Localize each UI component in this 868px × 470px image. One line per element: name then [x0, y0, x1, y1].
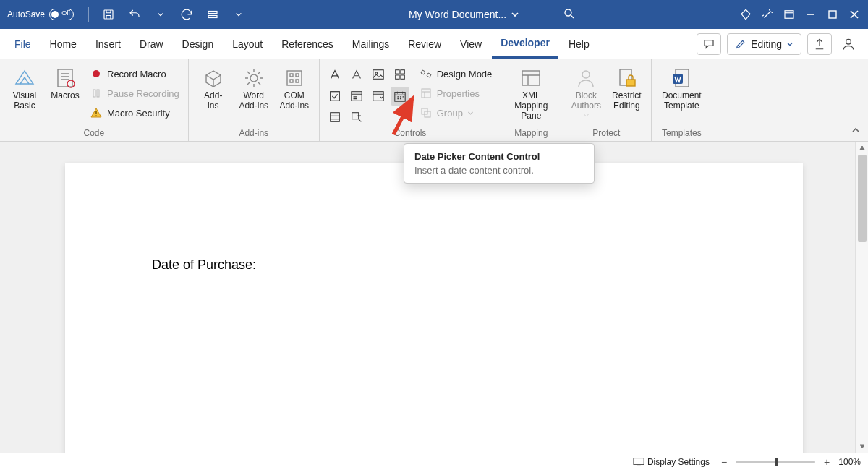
undo-dropdown[interactable] — [150, 4, 171, 25]
dropdown-control-button[interactable] — [369, 87, 388, 106]
block-authors-button[interactable]: Block Authors — [567, 62, 605, 121]
maximize-button[interactable] — [822, 4, 843, 25]
tooltip-title: Date Picker Content Control — [414, 151, 584, 162]
svg-rect-23 — [373, 92, 383, 101]
document-text[interactable]: Date of Purchase: — [152, 257, 716, 273]
group-mapping: XML Mapping Pane Mapping — [501, 59, 561, 141]
repeating-section-control-button[interactable] — [326, 108, 344, 127]
tab-file[interactable]: File — [6, 29, 40, 59]
ribbon-mode-icon[interactable] — [778, 4, 800, 25]
wand-icon[interactable] — [757, 4, 778, 25]
tab-draw[interactable]: Draw — [131, 29, 172, 59]
svg-rect-25 — [330, 113, 339, 122]
restrict-editing-button[interactable]: Restrict Editing — [608, 62, 645, 111]
checkbox-control-button[interactable] — [326, 87, 344, 106]
document-title[interactable]: My Word Document... — [409, 9, 519, 20]
group-label-templates: Templates — [662, 127, 702, 141]
vertical-scrollbar[interactable] — [855, 142, 868, 453]
plain-text-control-button[interactable] — [347, 65, 366, 84]
svg-rect-17 — [395, 70, 399, 74]
group-label-addins: Add-ins — [239, 127, 268, 141]
redo-button[interactable] — [176, 4, 197, 25]
svg-rect-33 — [626, 80, 635, 86]
scroll-down-button[interactable] — [856, 440, 868, 453]
visual-basic-button[interactable]: Visual Basic — [6, 62, 43, 111]
qat-dropdown-icon[interactable] — [228, 4, 250, 25]
record-macro-button[interactable]: Record Macro — [87, 65, 182, 82]
scroll-up-button[interactable] — [856, 142, 868, 155]
autosave-label: AutoSave — [7, 9, 45, 20]
document-template-button[interactable]: Document Template — [658, 62, 705, 111]
close-button[interactable] — [843, 4, 865, 25]
rich-text-control-button[interactable] — [326, 65, 344, 84]
undo-button[interactable] — [124, 4, 145, 25]
svg-rect-30 — [522, 71, 540, 85]
tab-mailings[interactable]: Mailings — [344, 29, 398, 59]
com-addins-icon — [283, 67, 306, 90]
account-icon[interactable] — [838, 37, 859, 51]
group-label-protect: Protect — [592, 127, 620, 141]
svg-rect-36 — [634, 458, 644, 464]
zoom-in-button[interactable]: + — [821, 456, 833, 468]
comment-icon — [702, 38, 715, 51]
svg-rect-0 — [104, 10, 113, 19]
combobox-control-button[interactable] — [347, 87, 366, 106]
zoom-level[interactable]: 100% — [838, 457, 861, 467]
qat-more-icon[interactable] — [202, 4, 224, 25]
tab-help[interactable]: Help — [560, 29, 598, 59]
tab-view[interactable]: View — [451, 29, 490, 59]
tab-design[interactable]: Design — [174, 29, 223, 59]
group-button: Group — [417, 104, 495, 121]
picture-control-button[interactable] — [369, 65, 388, 84]
building-block-control-button[interactable] — [391, 65, 409, 84]
chevron-down-icon — [511, 10, 519, 19]
word-addins-button[interactable]: Word Add-ins — [235, 62, 273, 111]
tab-references[interactable]: References — [273, 29, 342, 59]
toggle-off-icon[interactable]: Off — [49, 9, 74, 20]
tab-review[interactable]: Review — [399, 29, 450, 59]
diamond-icon[interactable] — [735, 4, 757, 25]
search-button[interactable] — [563, 7, 576, 22]
scrollbar-track[interactable] — [856, 155, 868, 440]
word-template-icon — [670, 67, 693, 90]
properties-button: Properties — [417, 85, 495, 102]
svg-rect-10 — [93, 90, 95, 97]
svg-rect-19 — [395, 75, 399, 79]
tab-developer[interactable]: Developer — [492, 29, 558, 59]
com-addins-button[interactable]: COM Add-ins — [276, 62, 313, 111]
zoom-out-button[interactable]: − — [718, 456, 730, 468]
zoom-slider[interactable] — [736, 461, 815, 463]
svg-rect-15 — [373, 70, 383, 80]
search-icon — [563, 7, 576, 20]
macros-button[interactable]: Macros — [46, 62, 84, 101]
tab-layout[interactable]: Layout — [224, 29, 271, 59]
share-button[interactable] — [807, 33, 832, 55]
tab-insert[interactable]: Insert — [87, 29, 129, 59]
zoom-slider-knob[interactable] — [775, 458, 778, 466]
autosave-toggle[interactable]: AutoSave Off — [7, 9, 74, 20]
svg-point-6 — [846, 39, 851, 44]
status-bar: Display Settings − + 100% — [0, 453, 868, 470]
design-mode-button[interactable]: Design Mode — [417, 65, 495, 82]
svg-rect-7 — [58, 69, 72, 87]
comments-button[interactable] — [697, 33, 721, 55]
restrict-editing-icon — [615, 67, 638, 90]
visual-basic-icon — [13, 67, 36, 90]
addins-button[interactable]: Add- ins — [195, 62, 232, 111]
minimize-button[interactable] — [800, 4, 822, 25]
pencil-icon — [735, 38, 746, 50]
display-settings-button[interactable]: Display Settings — [633, 457, 710, 467]
tab-home[interactable]: Home — [41, 29, 85, 59]
scrollbar-thumb[interactable] — [858, 155, 867, 242]
date-picker-control-button[interactable] — [391, 87, 409, 106]
page[interactable]: Date of Purchase: — [65, 163, 803, 453]
save-icon[interactable] — [98, 4, 119, 25]
svg-rect-22 — [352, 92, 362, 101]
editing-mode-button[interactable]: Editing — [727, 33, 801, 55]
title-bar: AutoSave Off My Word Document... — [0, 0, 868, 29]
group-label-mapping: Mapping — [514, 127, 548, 141]
collapse-ribbon-button[interactable] — [848, 122, 864, 138]
macro-security-button[interactable]: Macro Security — [87, 104, 182, 121]
legacy-tools-button[interactable] — [347, 108, 366, 127]
xml-mapping-button[interactable]: XML Mapping Pane — [507, 62, 555, 121]
